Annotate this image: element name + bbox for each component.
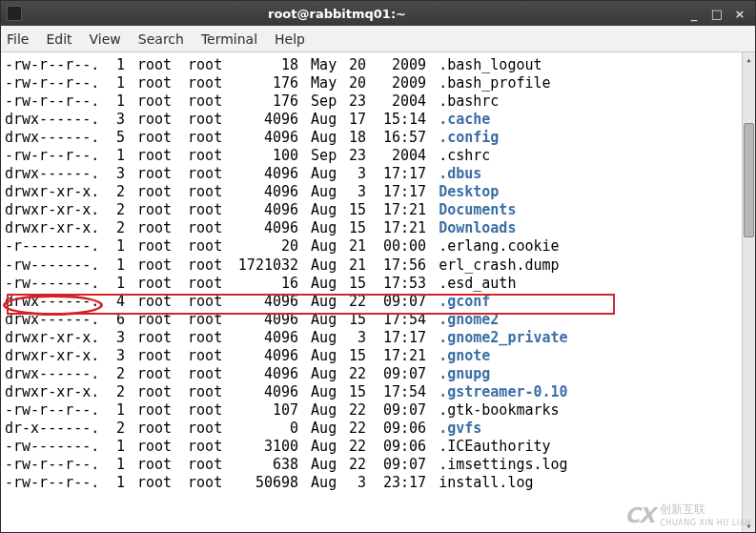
file-row[interactable]: drwxr-xr-x.2 root root4096 Aug15 17:54 .…	[5, 383, 736, 401]
file-row[interactable]: drwx------.4 root root4096 Aug22 09:07 .…	[5, 293, 736, 311]
file-name: install.log	[439, 474, 533, 492]
menu-search[interactable]: Search	[138, 31, 184, 47]
file-name: .gtk-bookmarks	[439, 401, 559, 420]
file-row[interactable]: drwxr-xr-x.3 root root4096 Aug15 17:21 .…	[5, 347, 736, 365]
file-name: Documents	[439, 201, 516, 219]
scroll-thumb[interactable]	[744, 123, 754, 237]
file-row[interactable]: drwx------.3 root root4096 Aug17 15:14 .…	[5, 111, 736, 129]
file-name: .gnome2_private	[439, 329, 567, 347]
menu-help[interactable]: Help	[275, 31, 305, 47]
scrollbar[interactable]: ▴ ▾	[742, 52, 755, 532]
file-row[interactable]: -rw-------.1 root root16 Aug15 17:53 .es…	[5, 275, 736, 293]
file-name: .gnote	[439, 347, 490, 365]
window-title: root@rabbitmq01:~	[28, 7, 684, 21]
file-row[interactable]: drwx------.3 root root4096 Aug3 17:17 .d…	[5, 165, 736, 183]
terminal-app-icon	[7, 6, 22, 21]
file-row[interactable]: -rw-------.1 root root3100 Aug22 09:06 .…	[5, 438, 736, 456]
watermark: CX 创新互联 CHUANG XIN HU LIAN	[624, 503, 751, 528]
window-buttons: _ □ ×	[684, 5, 749, 22]
file-name: .bash_profile	[439, 74, 550, 92]
file-name: .gnome2	[439, 311, 499, 329]
file-row[interactable]: drwxr-xr-x.2 root root4096 Aug15 17:21 D…	[5, 219, 736, 237]
file-name: .gvfs	[439, 420, 481, 438]
menubar: File Edit View Search Terminal Help	[1, 26, 755, 52]
terminal-window: root@rabbitmq01:~ _ □ × File Edit View S…	[0, 0, 756, 533]
watermark-line1: 创新互联	[660, 502, 705, 516]
file-row[interactable]: -rw-r--r--.1 root root100 Sep23 2004 .cs…	[5, 147, 736, 165]
file-name: .ICEauthority	[439, 438, 550, 456]
file-name: Desktop	[439, 183, 499, 201]
file-name: .esd_auth	[439, 275, 516, 293]
file-name: .cshrc	[439, 147, 490, 165]
watermark-logo: CX	[624, 503, 654, 527]
file-row[interactable]: drwx------.5 root root4096 Aug18 16:57 .…	[5, 129, 736, 147]
file-name: .cache	[439, 111, 490, 129]
file-row[interactable]: drwx------.2 root root4096 Aug22 09:07 .…	[5, 365, 736, 383]
file-name: erl_crash.dump	[439, 256, 559, 275]
menu-view[interactable]: View	[90, 31, 121, 47]
titlebar[interactable]: root@rabbitmq01:~ _ □ ×	[1, 1, 755, 26]
file-row[interactable]: drwx------.6 root root4096 Aug15 17:54 .…	[5, 311, 736, 329]
file-row[interactable]: drwxr-xr-x.3 root root4096 Aug3 17:17 .g…	[5, 329, 736, 347]
file-name: .gstreamer-0.10	[439, 383, 567, 401]
file-name: Downloads	[439, 219, 516, 237]
menu-terminal[interactable]: Terminal	[201, 31, 257, 47]
file-row[interactable]: -rw-r--r--.1 root root176 May20 2009 .ba…	[5, 74, 736, 92]
file-row[interactable]: -rw-r--r--.1 root root176 Sep23 2004 .ba…	[5, 92, 736, 111]
terminal-output[interactable]: -rw-r--r--.1 root root18 May20 2009 .bas…	[1, 52, 742, 532]
menu-file[interactable]: File	[7, 31, 29, 47]
file-row[interactable]: drwxr-xr-x.2 root root4096 Aug15 17:21 D…	[5, 201, 736, 219]
file-name: .gnupg	[439, 365, 490, 383]
file-row[interactable]: dr-x------.2 root root0 Aug22 09:06 .gvf…	[5, 420, 736, 438]
file-name: .imsettings.log	[439, 456, 567, 474]
file-row[interactable]: -r--------.1 root root20 Aug21 00:00 .er…	[5, 237, 736, 256]
file-row[interactable]: -rw-------.1 root root1721032 Aug21 17:5…	[5, 256, 736, 275]
menu-edit[interactable]: Edit	[46, 31, 72, 47]
file-name: .erlang.cookie	[439, 237, 559, 256]
terminal-area: -rw-r--r--.1 root root18 May20 2009 .bas…	[1, 52, 755, 532]
scroll-track[interactable]	[743, 66, 755, 519]
file-row[interactable]: drwxr-xr-x.2 root root4096 Aug3 17:17 De…	[5, 183, 736, 201]
scroll-up-button[interactable]: ▴	[743, 52, 755, 66]
close-button[interactable]: ×	[730, 5, 749, 22]
file-name: .gconf	[439, 293, 490, 311]
file-row[interactable]: -rw-r--r--.1 root root107 Aug22 09:07 .g…	[5, 401, 736, 420]
file-name: .bash_logout	[439, 56, 541, 74]
watermark-text: 创新互联 CHUANG XIN HU LIAN	[660, 503, 751, 528]
minimize-button[interactable]: _	[684, 5, 704, 22]
file-name: .dbus	[439, 165, 481, 183]
watermark-line2: CHUANG XIN HU LIAN	[660, 519, 751, 527]
maximize-button[interactable]: □	[707, 5, 726, 22]
file-name: .config	[439, 129, 499, 147]
file-row[interactable]: -rw-r--r--.1 root root18 May20 2009 .bas…	[5, 56, 736, 74]
file-name: .bashrc	[439, 92, 499, 111]
file-row[interactable]: -rw-r--r--.1 root root50698 Aug3 23:17 i…	[5, 474, 736, 492]
file-row[interactable]: -rw-r--r--.1 root root638 Aug22 09:07 .i…	[5, 456, 736, 474]
